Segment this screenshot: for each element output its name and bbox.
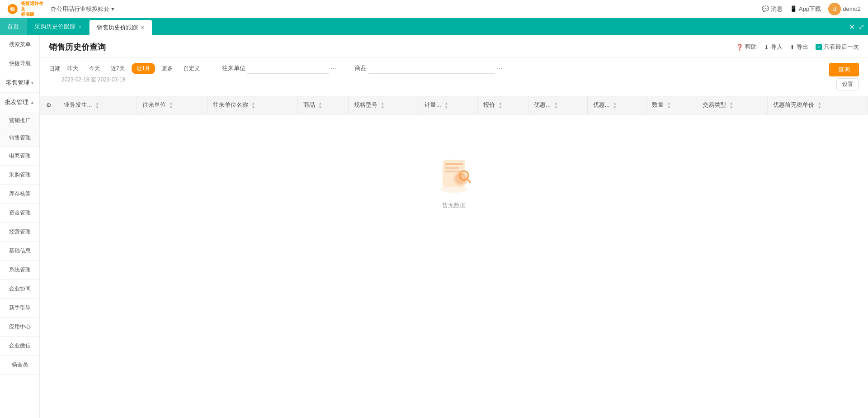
sidebar-app-center-label: 应用中心 [9, 323, 31, 330]
sidebar-item-finance[interactable]: 资金管理 [0, 204, 39, 223]
settings-button[interactable]: 设置 [836, 78, 859, 90]
sidebar-search-menu-label: 搜索菜单 [9, 41, 31, 48]
query-button[interactable]: 查询 [829, 63, 859, 76]
retail-mgmt-arrow: ▾ [31, 81, 33, 86]
sidebar-item-operations[interactable]: 经营管理 [0, 223, 39, 242]
only-last-checkbox-icon: ✓ [816, 44, 822, 50]
date-label: 日期 [49, 65, 61, 73]
main-layout: 搜索菜单 快捷导航 零售管理 ▾ 批发管理 ▲ 营销推广 销售管理 电商管理 采… [0, 35, 868, 418]
sidebar-sales-mgmt-label: 销售管理 [9, 134, 31, 141]
tab-sales-history[interactable]: 销售历史价跟踪 × [90, 20, 152, 35]
help-action[interactable]: ❓ 帮助 [736, 43, 757, 51]
date-btn-more[interactable]: 更多 [158, 63, 177, 74]
col-pretax-price[interactable]: 优惠前无税单价 ▲▼ [768, 96, 868, 114]
product-dots[interactable]: ··· [497, 64, 503, 72]
sidebar-item-purchase-mgmt[interactable]: 采购管理 [0, 166, 39, 185]
col-product[interactable]: 商品 ▲▼ [297, 96, 348, 114]
sidebar-item-system-settings[interactable]: 系统管理 [0, 261, 39, 280]
col-trade-type-sort: ▲▼ [730, 101, 733, 109]
col-trade-type[interactable]: 交易类型 ▲▼ [697, 96, 768, 114]
col-discount1[interactable]: 优惠... ▲▼ [528, 96, 587, 114]
sidebar-retail-label: 零售管理 [6, 79, 29, 87]
only-last-label: 只看最后一次 [824, 43, 859, 51]
workspace-dropdown-icon[interactable]: ▾ [111, 5, 114, 12]
top-header: 畅 畅捷通好生意 标准版 办公用品行业模拟账套 ▾ 💬 消息 📱 App下载 d… [0, 0, 868, 18]
empty-illustration: ? [431, 151, 476, 196]
app-download-icon: 📱 [790, 5, 797, 12]
sidebar-inventory-label: 库存核算 [9, 190, 31, 197]
workspace-selector[interactable]: 办公用品行业模拟账套 ▾ [47, 3, 118, 15]
page-title: 销售历史价查询 [49, 42, 106, 52]
tab-sales-history-label: 销售历史价跟踪 [97, 24, 138, 32]
col-partner-code[interactable]: 往来单位 ▲▼ [137, 96, 207, 114]
import-icon: ⬇ [764, 44, 769, 51]
header-left: 畅 畅捷通好生意 标准版 办公用品行业模拟账套 ▾ [7, 1, 118, 17]
sidebar-item-sales-mgmt[interactable]: 销售管理 [0, 129, 39, 147]
sidebar-item-retail-mgmt[interactable]: 零售管理 ▾ [0, 73, 39, 93]
tab-purchase-history[interactable]: 采购历史价跟踪 × [27, 18, 90, 35]
sidebar-item-search-menu[interactable]: 搜索菜单 [0, 35, 39, 54]
empty-text: 暂无数据 [442, 201, 466, 209]
sidebar-item-app-center[interactable]: 应用中心 [0, 318, 39, 337]
col-quantity[interactable]: 数量 ▲▼ [646, 96, 697, 114]
table-container: ⚙ 业务发生... ▲▼ 往来单位 ▲▼ 往来单位名称 ▲▼ [40, 96, 868, 418]
col-unit[interactable]: 计量... ▲▼ [419, 96, 477, 114]
col-discount2[interactable]: 优惠... ▲▼ [587, 96, 646, 114]
tab-purchase-history-label: 采购历史价跟踪 [34, 23, 75, 31]
col-unit-sort: ▲▼ [444, 101, 448, 109]
only-last-action[interactable]: ✓ 只看最后一次 [816, 43, 859, 51]
tab-purchase-history-close[interactable]: × [78, 23, 82, 30]
col-partner-name[interactable]: 往来单位名称 ▲▼ [207, 96, 297, 114]
import-action[interactable]: ⬇ 导入 [764, 43, 783, 51]
svg-rect-5 [445, 167, 459, 169]
sidebar-item-marketing[interactable]: 营销推广 [0, 112, 39, 129]
empty-state: ? 暂无数据 [40, 114, 868, 246]
tab-bar-actions: ✕ ⤢ [845, 18, 868, 35]
partner-input[interactable] [247, 63, 329, 74]
col-biz-date[interactable]: 业务发生... ▲▼ [58, 96, 137, 114]
tab-close-all[interactable]: ✕ [849, 23, 855, 31]
col-quote[interactable]: 报价 ▲▼ [478, 96, 528, 114]
sidebar-item-new-guide[interactable]: 新手引导 [0, 299, 39, 318]
sidebar-item-member[interactable]: 畅会员 [0, 356, 39, 375]
export-action[interactable]: ⬆ 导出 [790, 43, 808, 51]
filter-area: 日期 昨天 今天 近7天 近1月 更多 自定义 2023-02-18 至 202… [40, 57, 868, 96]
col-partner-code-sort: ▲▼ [169, 101, 173, 109]
sidebar-item-inventory[interactable]: 库存核算 [0, 185, 39, 204]
sidebar-item-wholesale-mgmt[interactable]: 批发管理 ▲ [0, 93, 39, 112]
product-input[interactable] [368, 63, 495, 74]
import-label: 导入 [771, 43, 783, 51]
sidebar-member-label: 畅会员 [12, 361, 28, 368]
sidebar-enterprise-wechat-label: 企业微信 [9, 342, 31, 349]
col-pretax-price-sort: ▲▼ [818, 101, 821, 109]
date-btn-last1m[interactable]: 近1月 [132, 63, 156, 74]
sidebar-system-settings-label: 系统管理 [9, 266, 31, 273]
sidebar-basic-info-label: 基础信息 [9, 247, 31, 254]
tab-home[interactable]: 首页 [0, 18, 27, 35]
sidebar-item-basic-info[interactable]: 基础信息 [0, 242, 39, 261]
tab-home-label: 首页 [7, 23, 19, 31]
sidebar-item-ecommerce[interactable]: 电商管理 [0, 147, 39, 166]
date-btn-yesterday[interactable]: 昨天 [63, 63, 82, 74]
col-spec[interactable]: 规格型号 ▲▼ [348, 96, 419, 114]
date-btn-last7[interactable]: 近7天 [107, 63, 129, 74]
date-range-display: 2023-02-18 至 2023-03-18 [49, 76, 204, 84]
col-settings[interactable]: ⚙ [40, 96, 58, 114]
sidebar-item-quick-nav[interactable]: 快捷导航 [0, 54, 39, 73]
svg-rect-4 [445, 163, 463, 165]
tab-expand[interactable]: ⤢ [859, 23, 864, 31]
date-btn-today[interactable]: 今天 [85, 63, 104, 74]
logo-text: 畅捷通好生意 标准版 [21, 1, 43, 17]
sidebar-item-enterprise-collab[interactable]: 企业协同 [0, 280, 39, 299]
user-profile[interactable]: d demo2 [828, 3, 861, 15]
sidebar-quick-nav-label: 快捷导航 [9, 60, 31, 66]
sidebar-item-enterprise-wechat[interactable]: 企业微信 [0, 337, 39, 356]
tab-sales-history-close[interactable]: × [141, 24, 144, 31]
message-action[interactable]: 💬 消息 [762, 5, 783, 13]
sidebar-operations-label: 经营管理 [9, 228, 31, 235]
partner-dots[interactable]: ··· [330, 64, 336, 72]
date-btn-custom[interactable]: 自定义 [179, 63, 204, 74]
app-download-action[interactable]: 📱 App下载 [790, 5, 821, 13]
product-filter-group: 商品 ··· [355, 63, 503, 74]
date-filter-group: 日期 昨天 今天 近7天 近1月 更多 自定义 2023-02-18 至 202… [49, 63, 204, 84]
